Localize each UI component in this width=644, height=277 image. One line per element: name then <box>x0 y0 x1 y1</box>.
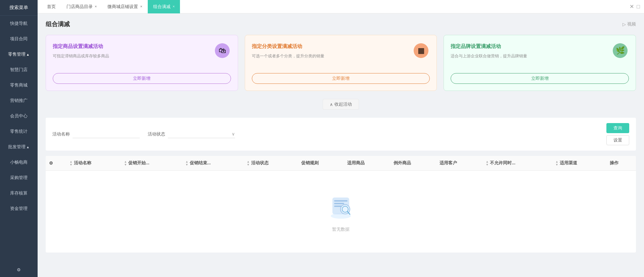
filter-name-field: 活动名称 <box>52 130 140 138</box>
gear-icon: ⚙ <box>17 267 21 272</box>
sort-arrows-status: ▲▼ <box>247 160 250 166</box>
video-label: 视频 <box>627 21 636 27</box>
col-rule: 促销规则 <box>298 156 344 170</box>
sort-arrows-name: ▲▼ <box>70 160 73 166</box>
sidebar-item-finance[interactable]: 资金管理 <box>0 201 38 216</box>
card-title-category: 指定分类设置满减活动 <box>252 43 430 50</box>
tab-combo_discount[interactable]: 组合满减× <box>148 0 180 13</box>
card-title-goods: 指定商品设置满减活动 <box>53 43 231 50</box>
data-table: ⚙▲▼活动名称▲▼促销开始...▲▼促销结束...▲▼活动状态促销规则适用商品例… <box>46 156 636 171</box>
activity-card-goods: 🛍指定商品设置满减活动可指定滞销商品或库存较多商品立即新增 <box>46 35 238 91</box>
sidebar-item-xiaochang[interactable]: 小畅电商 <box>0 155 38 170</box>
filter-name-label: 活动名称 <box>52 131 70 137</box>
activity-card-category: ▦指定分类设置满减活动可选一个或者多个分类，提升分类的销量立即新增 <box>245 35 437 91</box>
tab-wechat_settings[interactable]: 微商城店铺设置× <box>102 0 147 13</box>
tab-label: 微商城店铺设置 <box>107 4 138 10</box>
sidebar: 搜索菜单 快捷导航项目合同零售管理 ▲智慧门店零售商城营销推广会员中心零售统计批… <box>0 0 38 277</box>
card-icon-brand: 🌿 <box>613 43 628 58</box>
filter-status-label: 活动状态 <box>148 131 165 137</box>
tab-bar-right: ✕ □ <box>630 3 640 10</box>
filter-status-select[interactable]: ∨ <box>168 130 235 138</box>
sort-arrows-channel: ▲▼ <box>555 160 558 166</box>
filter-status-field: 活动状态 ∨ <box>148 130 235 138</box>
sidebar-item-quicknav[interactable]: 快捷导航 <box>0 16 38 31</box>
col-start[interactable]: ▲▼促销开始... <box>121 156 182 170</box>
sidebar-item-member[interactable]: 会员中心 <box>0 108 38 124</box>
card-desc-goods: 可指定滞销商品或库存较多商品 <box>53 53 231 65</box>
card-btn-brand[interactable]: 立即新增 <box>451 73 629 84</box>
sidebar-item-purchase[interactable]: 采购管理 <box>0 170 38 185</box>
settings-button[interactable]: 设置 <box>606 135 629 145</box>
status-select-text <box>168 131 169 136</box>
chevron-icon: ▲ <box>26 145 30 149</box>
tab-home[interactable]: 首页 <box>42 0 61 13</box>
svg-rect-2 <box>334 200 348 202</box>
sidebar-item-stats[interactable]: 零售统计 <box>0 124 38 139</box>
tab-label: 首页 <box>47 4 56 10</box>
chevron-up-icon: ∧ <box>330 102 333 107</box>
table-container: ⚙▲▼活动名称▲▼促销开始...▲▼促销结束...▲▼活动状态促销规则适用商品例… <box>46 156 636 253</box>
col-excluded: 例外商品 <box>390 156 436 170</box>
activity-card-brand: 🌿指定品牌设置满减活动适合与上游企业联合做营销，提升品牌销量立即新增 <box>444 35 636 91</box>
col-disallow[interactable]: ▲▼不允许同时... <box>482 156 552 170</box>
sidebar-item-smartstore[interactable]: 智慧门店 <box>0 62 38 77</box>
col-end[interactable]: ▲▼促销结束... <box>182 156 243 170</box>
card-title-brand: 指定品牌设置满减活动 <box>451 43 629 50</box>
card-desc-category: 可选一个或者多个分类，提升分类的销量 <box>252 53 430 65</box>
chevron-icon: ▲ <box>26 53 30 56</box>
col-settings: ⚙ <box>46 156 66 170</box>
sidebar-item-marketing[interactable]: 营销推广 <box>0 93 38 108</box>
col-status[interactable]: ▲▼活动状态 <box>243 156 298 170</box>
card-desc-brand: 适合与上游企业联合做营销，提升品牌销量 <box>451 53 629 65</box>
search-menu-label: 搜索菜单 <box>9 5 28 10</box>
card-btn-category[interactable]: 立即新增 <box>252 73 430 84</box>
sort-arrows-start: ▲▼ <box>124 160 127 166</box>
filter-name-input[interactable] <box>73 130 140 138</box>
tab-close-icon[interactable]: × <box>140 5 142 8</box>
card-icon-goods: 🛍 <box>215 43 230 58</box>
tab-label: 组合满减 <box>153 4 171 10</box>
col-channel[interactable]: ▲▼适用渠道 <box>552 156 606 170</box>
sidebar-item-retailmall[interactable]: 零售商城 <box>0 77 38 93</box>
filter-row: 活动名称 活动状态 ∨ 查询 设置 <box>46 118 636 151</box>
tab-bar: 首页门店商品目录×微商城店铺设置×组合满减× ✕ □ <box>38 0 644 13</box>
page-header: 组合满减 ▷ 视频 <box>46 20 636 28</box>
col-goods: 适用商品 <box>344 156 390 170</box>
collapse-button[interactable]: ∧ 收起活动 <box>323 99 359 110</box>
sidebar-item-project[interactable]: 项目合同 <box>0 31 38 47</box>
tab-close-icon[interactable]: × <box>173 5 175 8</box>
sort-arrows-disallow: ▲▼ <box>486 160 489 166</box>
sidebar-search[interactable]: 搜索菜单 <box>0 0 38 16</box>
collapse-label: 收起活动 <box>334 101 352 107</box>
sidebar-item-inventory[interactable]: 库存核算 <box>0 185 38 201</box>
activity-cards: 🛍指定商品设置满减活动可指定滞销商品或库存较多商品立即新增▦指定分类设置满减活动… <box>46 35 636 91</box>
collapse-bar: ∧ 收起活动 <box>46 96 636 112</box>
card-btn-goods[interactable]: 立即新增 <box>53 73 231 84</box>
sidebar-settings-btn[interactable]: ⚙ <box>0 263 38 277</box>
col-customer: 适用客户 <box>436 156 482 170</box>
main-area: 首页门店商品目录×微商城店铺设置×组合满减× ✕ □ 组合满减 ▷ 视频 🛍指定… <box>38 0 644 277</box>
empty-state: 暂无数据 <box>46 171 636 253</box>
query-button[interactable]: 查询 <box>606 123 629 133</box>
svg-rect-3 <box>334 203 344 204</box>
tab-catalog[interactable]: 门店商品目录× <box>61 0 102 13</box>
close-window-icon[interactable]: ✕ <box>630 3 634 10</box>
video-link[interactable]: ▷ 视频 <box>623 21 636 27</box>
col-action: 操作 <box>606 156 636 170</box>
page-title: 组合满减 <box>46 20 70 28</box>
empty-icon <box>326 191 356 221</box>
settings-icon[interactable]: ⚙ <box>49 161 53 166</box>
chevron-down-icon: ∨ <box>232 131 235 136</box>
tab-label: 门店商品目录 <box>66 4 93 10</box>
tab-close-icon[interactable]: × <box>95 5 97 8</box>
col-name[interactable]: ▲▼活动名称 <box>66 156 121 170</box>
page-content: 组合满减 ▷ 视频 🛍指定商品设置满减活动可指定滞销商品或库存较多商品立即新增▦… <box>38 13 644 277</box>
sidebar-item-wholesale[interactable]: 批发管理 ▲ <box>0 139 38 155</box>
filter-actions: 查询 设置 <box>606 123 629 145</box>
play-icon: ▷ <box>623 22 626 27</box>
empty-text: 暂无数据 <box>52 226 629 232</box>
sidebar-item-retail[interactable]: 零售管理 ▲ <box>0 47 38 62</box>
maximize-window-icon[interactable]: □ <box>637 4 640 10</box>
sort-arrows-end: ▲▼ <box>185 160 188 166</box>
